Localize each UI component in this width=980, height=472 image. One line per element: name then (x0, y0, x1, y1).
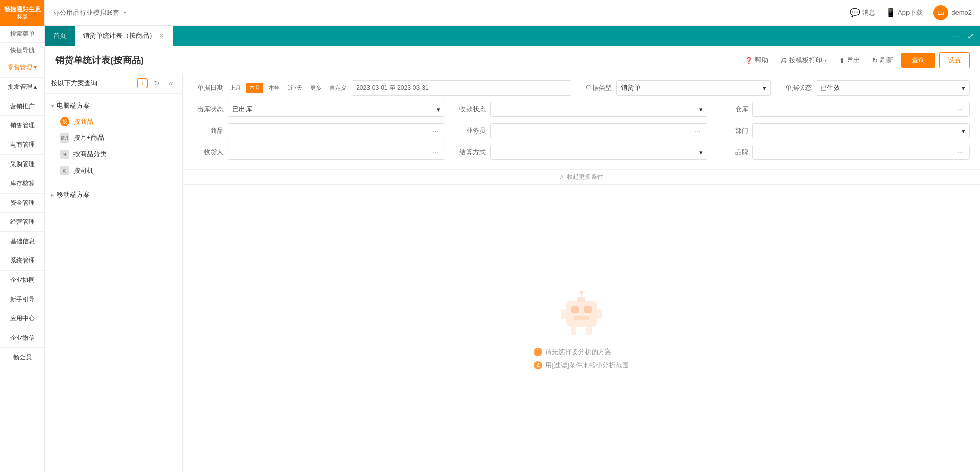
department-field: 部门 ▾ (718, 123, 970, 138)
out-status-select[interactable]: 已出库 ▾ (228, 102, 445, 117)
settlement-select[interactable]: ▾ (490, 145, 707, 160)
empty-tips: 1 请先选择要分析的方案 2 用[过滤]条件来缩小分析范围 (534, 345, 628, 372)
recipient-ellipsis[interactable]: ··· (430, 148, 440, 156)
search-menu-item[interactable]: 搜索菜单 (0, 26, 44, 43)
sidebar-item-ecommerce[interactable]: 电商管理 (0, 135, 44, 155)
date-btn-this-month[interactable]: 本月 (246, 83, 263, 93)
settings-button[interactable]: 设置 (939, 52, 970, 68)
sidebar-item-member[interactable]: 畅会员 (0, 348, 44, 367)
scheme-by-month-goods[interactable]: 按月 按月+商品 (45, 130, 182, 146)
add-scheme-button[interactable]: + (137, 78, 148, 88)
message-icon: 💬 (850, 8, 860, 17)
collection-status-select[interactable]: ▾ (490, 102, 707, 117)
scheme-by-driver[interactable]: 司 按司机 (45, 162, 182, 179)
refresh-button[interactable]: ↻ 刷新 (868, 54, 897, 67)
doc-type-dropdown-icon: ▾ (763, 84, 766, 92)
collection-status-field: 收款状态 ▾ (455, 102, 707, 117)
scheme-by-month-goods-icon: 按月 (60, 133, 69, 143)
out-status-field: 出库状态 已出库 ▾ (193, 102, 445, 117)
scheme-by-category[interactable]: 分 按商品分类 (45, 146, 182, 162)
goods-input[interactable]: ··· (228, 123, 445, 138)
svg-rect-8 (597, 309, 602, 319)
query-button[interactable]: 查询 (901, 53, 935, 68)
quick-nav-item[interactable]: 快捷导航 (0, 43, 44, 58)
salesman-input[interactable]: ··· (490, 123, 707, 138)
date-range-input[interactable]: 2023-03-01 至 2023-03-31 (352, 80, 571, 96)
tab-home[interactable]: 首页 (45, 26, 75, 46)
industry-selector[interactable]: 办公用品行业模拟账套 ▾ (53, 8, 126, 17)
mobile-scheme-header[interactable]: ▸ 移动端方案 (45, 187, 182, 202)
page-actions: ❓ 帮助 🖨 按模板打印 ▾ ⬆ 导出 ↻ 刷新 (741, 52, 970, 68)
sidebar-item-purchase[interactable]: 采购管理 (0, 155, 44, 174)
date-btn-more[interactable]: 更多 (307, 83, 325, 93)
department-select[interactable]: ▾ (752, 123, 970, 138)
print-dropdown-icon[interactable]: ▾ (824, 58, 827, 63)
out-status-dropdown-icon: ▾ (437, 106, 440, 113)
tab-minimize-btn[interactable]: — (953, 31, 961, 40)
filter-sidebar: 按以下方案查询 + ↻ « ▾ 电脑端方案 (45, 73, 183, 472)
recipient-input[interactable]: ··· (228, 145, 445, 160)
department-label: 部门 (718, 126, 748, 135)
sidebar-item-inventory[interactable]: 库存核算 (0, 174, 44, 194)
warehouse-input[interactable]: ··· (752, 102, 970, 117)
date-btn-last-month[interactable]: 上月 (227, 83, 244, 93)
salesman-ellipsis[interactable]: ··· (693, 127, 703, 135)
goods-label: 商品 (193, 126, 224, 135)
sidebar-item-wechat[interactable]: 企业微信 (0, 328, 44, 348)
sidebar-item-wholesale[interactable]: 批发管理 ▴ (0, 78, 44, 97)
doc-type-field: 单据类型 销货单 ▾ (581, 80, 771, 96)
sidebar-item-sales[interactable]: 销售管理 (0, 116, 44, 135)
sidebar-item-marketing[interactable]: 营销推广 (0, 97, 44, 116)
print-label: 按模板打印 (789, 56, 822, 65)
svg-rect-2 (584, 306, 592, 313)
filter-row-1: 单据日期 上月 本月 本年 近7天 更多 自定义 2023-03-01 至 20… (193, 80, 970, 96)
sidebar-item-finance[interactable]: 资金管理 (0, 194, 44, 213)
empty-tip-2: 2 用[过滤]条件来缩小分析范围 (534, 359, 628, 372)
empty-state-icon (556, 286, 607, 337)
sidebar-item-app-center[interactable]: 应用中心 (0, 309, 44, 328)
collapse-bar[interactable]: ∧ 收起更多条件 (183, 170, 980, 185)
doc-type-value: 销货单 (621, 83, 641, 92)
sidebar-item-enterprise[interactable]: 企业协同 (0, 271, 44, 290)
filter-form: 单据日期 上月 本月 本年 近7天 更多 自定义 2023-03-01 至 20… (183, 73, 980, 170)
help-button[interactable]: ❓ 帮助 (741, 54, 772, 67)
export-button[interactable]: ⬆ 导出 (835, 54, 864, 67)
tab-close-icon[interactable]: × (159, 32, 164, 39)
app-logo-version: 标版 (4, 13, 41, 20)
scheme-by-category-label: 按商品分类 (74, 150, 107, 159)
message-button[interactable]: 💬 消息 (850, 8, 875, 17)
top-header: 办公用品行业模拟账套 ▾ 💬 消息 📱 App下载 Ea demo2 (45, 0, 980, 26)
print-button[interactable]: 🖨 按模板打印 ▾ (776, 54, 831, 67)
scheme-by-goods[interactable]: 按 按商品 (45, 113, 182, 130)
goods-ellipsis[interactable]: ··· (430, 127, 440, 135)
brand-input[interactable]: ··· (752, 145, 970, 160)
sidebar-item-operations[interactable]: 经营管理 (0, 213, 44, 232)
scheme-by-driver-label: 按司机 (74, 166, 93, 175)
doc-status-select[interactable]: 已生效 ▾ (816, 80, 970, 96)
warehouse-field: 仓库 ··· (718, 102, 970, 117)
desktop-scheme-header[interactable]: ▾ 电脑端方案 (45, 98, 182, 113)
recipient-field: 收货人 ··· (193, 145, 445, 160)
date-btn-7days[interactable]: 近7天 (285, 83, 305, 93)
doc-type-select[interactable]: 销货单 ▾ (616, 80, 771, 96)
user-profile[interactable]: Ea demo2 (933, 5, 972, 20)
tab-report-label: 销货单统计表（按商品） (83, 31, 156, 40)
tab-report[interactable]: 销货单统计表（按商品） × (75, 26, 173, 46)
mobile-scheme-label: 移动端方案 (57, 190, 90, 199)
mobile-scheme-group: ▸ 移动端方案 (45, 183, 182, 206)
collapse-sidebar-button[interactable]: « (166, 78, 176, 88)
warehouse-ellipsis[interactable]: ··· (955, 105, 965, 113)
content-area: 销货单统计表(按商品) ❓ 帮助 🖨 按模板打印 ▾ ⬆ 导出 (45, 46, 980, 472)
collection-status-label: 收款状态 (455, 105, 486, 114)
app-download-button[interactable]: 📱 App下载 (886, 8, 923, 17)
refresh-scheme-button[interactable]: ↻ (152, 78, 162, 88)
sidebar-item-basic[interactable]: 基础信息 (0, 232, 44, 251)
sidebar-item-guide[interactable]: 新手引导 (0, 290, 44, 310)
sidebar-item-retail[interactable]: 零售管理 ▾ (0, 58, 44, 78)
tab-home-label: 首页 (53, 31, 66, 40)
brand-ellipsis[interactable]: ··· (955, 148, 965, 156)
tab-maximize-btn[interactable]: ⤢ (967, 31, 974, 41)
date-btn-this-year[interactable]: 本年 (265, 83, 283, 93)
sidebar-item-system[interactable]: 系统管理 (0, 251, 44, 271)
date-btn-custom[interactable]: 自定义 (327, 83, 350, 93)
